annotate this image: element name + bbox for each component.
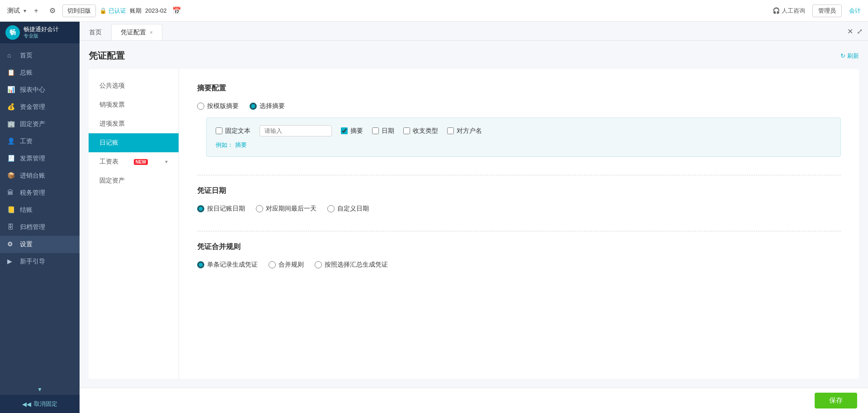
sidebar-item-home[interactable]: ⌂ 首页 — [0, 47, 80, 64]
certified-icon: 🔒 — [99, 7, 107, 14]
sidebar-item-ledger[interactable]: 📋 总账 — [0, 64, 80, 81]
sidebar-item-sales[interactable]: 📦 进销台账 — [0, 167, 80, 184]
sidebar-item-invoice_mgr[interactable]: 🧾 发票管理 — [0, 150, 80, 167]
sidebar-item-archive[interactable]: 🗄 归档管理 — [0, 219, 80, 236]
sidebar-item-icon-report: 📊 — [7, 86, 15, 94]
left-nav-label-fixed_assets: 固定资产 — [99, 177, 125, 184]
sidebar-item-salary[interactable]: 👤 工资 — [0, 133, 80, 150]
summary-section-title: 摘要配置 — [197, 84, 841, 93]
income-expense-checkbox[interactable] — [403, 127, 410, 134]
radio-custom-date-label[interactable]: 自定义日期 — [327, 205, 369, 213]
sidebar-item-label-tax: 税务管理 — [20, 189, 45, 197]
sidebar-item-label-settings: 设置 — [20, 240, 33, 249]
left-nav-item-public[interactable]: 公共选项 — [89, 76, 179, 95]
radio-custom-date-input[interactable] — [327, 205, 335, 212]
consult-label: 人工咨询 — [782, 7, 805, 15]
radio-select-sum-input[interactable] — [315, 261, 322, 268]
date-checkbox-label[interactable]: 日期 — [372, 127, 394, 135]
save-btn[interactable]: 保存 — [815, 393, 857, 408]
page-content: 凭证配置 ↻ 刷新 公共选项销项发票进项发票日记账 工资表 NEW ▾ 固定资产 — [80, 41, 868, 388]
radio-template-text: 按模版摘要 — [207, 102, 239, 110]
sidebar-item-assets[interactable]: 🏢 固定资产 — [0, 116, 80, 133]
left-nav-item-payroll[interactable]: 工资表 NEW ▾ — [89, 152, 179, 171]
topbar-consult-btn[interactable]: 🎧 人工咨询 — [773, 7, 805, 15]
radio-period-last-text: 对应期间最后一天 — [266, 205, 316, 213]
sidebar-scroll-indicator: ▼ — [0, 384, 80, 395]
sidebar-nav: ⌂ 首页 📋 总账 📊 报表中心 💰 资金管理 🏢 固定资产 👤 工资 🧾 发票… — [0, 43, 80, 384]
topbar-calendar-icon[interactable]: 📅 — [170, 5, 183, 17]
tab-expand-action-btn[interactable]: ⤢ — [857, 27, 863, 35]
counterpart-checkbox[interactable] — [447, 127, 454, 134]
sidebar-item-report[interactable]: 📊 报表中心 — [0, 81, 80, 99]
topbar-period-label: 账期 — [130, 7, 142, 15]
summary-config-row: 固定文本 摘要 日期 — [216, 125, 831, 136]
tab-bar-actions: ✕ ⤢ — [847, 27, 863, 35]
summary-section: 摘要配置 按模版摘要 选择摘要 — [197, 84, 841, 157]
cancel-fixed-label: 取消固定 — [34, 400, 57, 408]
topbar-old-version-btn[interactable]: 切到旧版 — [62, 5, 96, 17]
radio-template-label[interactable]: 按模版摘要 — [197, 102, 239, 110]
sidebar-item-capital[interactable]: 💰 资金管理 — [0, 99, 80, 116]
radio-period-last-label[interactable]: 对应期间最后一天 — [256, 205, 316, 213]
radio-select-label[interactable]: 选择摘要 — [250, 102, 285, 110]
radio-single-label[interactable]: 单条记录生成凭证 — [197, 261, 258, 269]
radio-select-sum-label[interactable]: 按照选择汇总生成凭证 — [315, 261, 388, 269]
fixed-text-checkbox-label[interactable]: 固定文本 — [216, 127, 250, 135]
income-expense-checkbox-label[interactable]: 收支类型 — [403, 127, 438, 135]
radio-merge-label[interactable]: 合并规则 — [269, 261, 304, 269]
fixed-text-input[interactable] — [259, 125, 332, 136]
refresh-btn[interactable]: ↻ 刷新 — [840, 52, 859, 60]
income-expense-checkbox-text: 收支类型 — [413, 127, 438, 135]
summary-checkbox[interactable] — [341, 127, 348, 134]
fixed-text-checkbox[interactable] — [216, 127, 222, 134]
sidebar-cancel-fixed-btn[interactable]: ◀◀ 取消固定 — [0, 395, 80, 413]
radio-single-input[interactable] — [197, 261, 204, 268]
summary-checkbox-label[interactable]: 摘要 — [341, 127, 363, 135]
left-nav-item-sales_invoice[interactable]: 销项发票 — [89, 95, 179, 114]
left-nav-label-payroll: 工资表 — [99, 158, 118, 166]
cancel-fixed-icon: ◀◀ — [22, 401, 31, 408]
sidebar-item-label-assets: 固定资产 — [20, 120, 45, 128]
left-nav-label-diary: 日记账 — [99, 139, 118, 146]
sidebar-item-label-capital: 资金管理 — [20, 103, 45, 111]
topbar-accountant: 会计 — [849, 7, 861, 15]
tab-voucher-config[interactable]: 凭证配置 × — [111, 24, 162, 40]
sidebar-item-checkout[interactable]: 📒 结账 — [0, 202, 80, 219]
left-nav: 公共选项销项发票进项发票日记账 工资表 NEW ▾ 固定资产 — [89, 69, 179, 379]
radio-diary-date-label[interactable]: 按日记账日期 — [197, 205, 245, 213]
sidebar-item-guide[interactable]: ▶ 新手引导 — [0, 253, 80, 270]
left-nav-label-public: 公共选项 — [99, 82, 125, 89]
topbar-manager-btn[interactable]: 管理员 — [812, 5, 842, 17]
sidebar-item-icon-tax: 🏛 — [7, 189, 15, 197]
topbar-settings-btn[interactable]: ⚙ — [46, 5, 59, 17]
counterpart-checkbox-label[interactable]: 对方户名 — [447, 127, 482, 135]
radio-select-text: 选择摘要 — [259, 102, 285, 110]
date-checkbox-text: 日期 — [382, 127, 394, 135]
tab-close-action-btn[interactable]: ✕ — [847, 27, 853, 35]
radio-merge-input[interactable] — [269, 261, 276, 268]
sidebar-item-label-sales: 进销台账 — [20, 172, 45, 180]
topbar-add-btn[interactable]: + — [30, 5, 42, 17]
left-nav-item-diary[interactable]: 日记账 — [89, 133, 179, 152]
new-badge-payroll: NEW — [134, 159, 148, 165]
radio-diary-date-input[interactable] — [197, 205, 204, 212]
tab-close-btn[interactable]: × — [150, 29, 153, 36]
sidebar-item-tax[interactable]: 🏛 税务管理 — [0, 184, 80, 202]
radio-template-input[interactable] — [197, 103, 204, 110]
sidebar-item-icon-salary: 👤 — [7, 137, 15, 145]
left-nav-item-purchase_invoice[interactable]: 进项发票 — [89, 114, 179, 133]
sidebar-item-icon-sales: 📦 — [7, 172, 15, 180]
left-nav-item-fixed_assets[interactable]: 固定资产 — [89, 171, 179, 190]
topbar-arrow-icon[interactable]: ▾ — [24, 8, 26, 14]
sidebar-item-icon-archive: 🗄 — [7, 223, 15, 231]
sidebar-item-settings[interactable]: ⚙ 设置 — [0, 236, 80, 253]
sidebar-item-icon-checkout: 📒 — [7, 206, 15, 214]
tab-home[interactable]: 首页 — [80, 24, 111, 40]
section-divider-1 — [197, 175, 841, 175]
summary-config-box: 固定文本 摘要 日期 — [206, 117, 841, 157]
date-checkbox[interactable] — [372, 127, 379, 134]
radio-period-last-input[interactable] — [256, 205, 263, 212]
radio-select-input[interactable] — [250, 103, 257, 110]
topbar-left: 测试 ▾ + ⚙ 切到旧版 🔒 已认证 账期 2023-02 📅 — [7, 5, 767, 17]
fixed-text-label: 固定文本 — [225, 127, 250, 135]
